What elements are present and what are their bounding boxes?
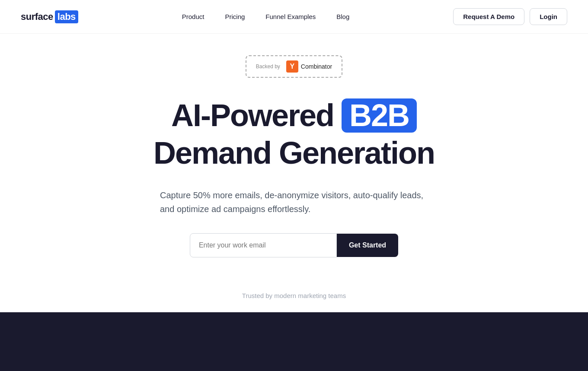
dark-footer-strip: [0, 312, 588, 371]
yc-backed-text: Backed by: [256, 63, 280, 70]
yc-square-icon: Y: [286, 60, 298, 73]
request-demo-button[interactable]: Request A Demo: [453, 8, 524, 25]
logo-surface-text: surface: [21, 11, 53, 22]
hero-subheadline: Capture 50% more emails, de-anonymize vi…: [160, 188, 428, 216]
hero-section: Backed by Y Combinator AI-Powered B2B De…: [0, 34, 588, 312]
headline-part1: AI-Powered: [171, 98, 334, 133]
get-started-button[interactable]: Get Started: [337, 234, 398, 257]
logo-labs-text: labs: [55, 10, 78, 23]
nav-link-blog[interactable]: Blog: [328, 10, 358, 24]
nav-actions: Request A Demo Login: [453, 8, 567, 25]
nav-link-funnel-examples[interactable]: Funnel Examples: [257, 10, 324, 24]
yc-combinator-text: Combinator: [301, 63, 332, 70]
nav-link-pricing[interactable]: Pricing: [216, 10, 253, 24]
navbar: surfacelabs Product Pricing Funnel Examp…: [0, 0, 588, 34]
nav-links: Product Pricing Funnel Examples Blog: [173, 13, 358, 21]
yc-badge: Backed by Y Combinator: [246, 55, 342, 78]
email-form: Get Started: [190, 233, 398, 257]
nav-link-product[interactable]: Product: [173, 10, 213, 24]
email-input[interactable]: [190, 233, 337, 257]
trusted-text: Trusted by modern marketing teams: [242, 292, 346, 299]
yc-logo: Y Combinator: [286, 60, 332, 73]
logo[interactable]: surfacelabs: [21, 10, 78, 23]
headline-line2: Demand Generation: [153, 136, 435, 170]
login-button[interactable]: Login: [530, 8, 567, 25]
hero-headline: AI-Powered B2B Demand Generation: [153, 98, 435, 170]
b2b-badge: B2B: [342, 98, 417, 133]
